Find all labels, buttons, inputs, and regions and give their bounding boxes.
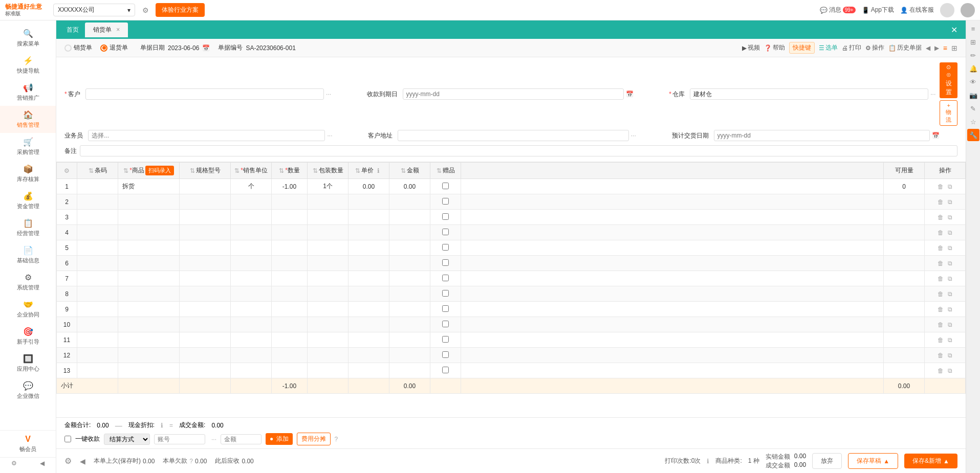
help-btn[interactable]: ❓ 帮助: [764, 43, 785, 52]
copy-icon-8[interactable]: ⧉: [948, 290, 952, 298]
rp-btn-1[interactable]: ≡: [967, 22, 979, 35]
calendar-icon[interactable]: 📅: [202, 44, 210, 52]
gift-checkbox-1[interactable]: [442, 183, 449, 189]
delete-icon-12[interactable]: 🗑: [938, 352, 944, 359]
gift-checkbox-5[interactable]: [442, 244, 449, 251]
rp-btn-2[interactable]: ⊞: [967, 36, 979, 48]
print-btn[interactable]: 🖨 打印: [842, 43, 861, 52]
note-input[interactable]: [80, 145, 957, 156]
delete-icon-11[interactable]: 🗑: [938, 336, 944, 344]
receive-date-calendar-icon[interactable]: 📅: [626, 91, 634, 98]
price-info-icon[interactable]: ℹ: [375, 167, 383, 174]
company-selector[interactable]: XXXXXX公司 ▾: [53, 4, 135, 16]
expected-date-input[interactable]: [714, 130, 930, 141]
sidebar-item-system[interactable]: ⚙ 系统管理: [0, 268, 56, 296]
tab-home[interactable]: 首页: [60, 22, 85, 37]
message-button[interactable]: 💬 消息 99+: [820, 6, 856, 14]
delete-icon-9[interactable]: 🗑: [938, 306, 944, 313]
account-input[interactable]: [154, 434, 205, 444]
delete-icon-7[interactable]: 🗑: [938, 275, 944, 282]
gift-checkbox-4[interactable]: [442, 229, 449, 235]
goods-types-icon[interactable]: ℹ: [707, 458, 709, 465]
sidebar-item-apps[interactable]: 🔲 应用中心: [0, 350, 56, 377]
salesperson-input[interactable]: [88, 130, 325, 141]
copy-icon-6[interactable]: ⧉: [948, 260, 952, 267]
operation-btn[interactable]: ⚙ 操作: [865, 43, 884, 52]
help-icon[interactable]: ?: [335, 436, 338, 443]
gift-checkbox-3[interactable]: [442, 213, 449, 220]
rp-btn-9[interactable]: 🔧: [967, 129, 979, 141]
copy-icon-4[interactable]: ⧉: [948, 229, 952, 236]
copy-icon-11[interactable]: ⧉: [948, 336, 952, 344]
total-owe-help-icon[interactable]: ?: [189, 458, 193, 465]
delete-icon-6[interactable]: 🗑: [938, 260, 944, 267]
delete-icon-13[interactable]: 🗑: [938, 367, 944, 374]
delete-icon-10[interactable]: 🗑: [938, 321, 944, 328]
copy-icon-10[interactable]: ⧉: [948, 321, 952, 328]
tab-sales-order[interactable]: 销货单 ×: [85, 22, 128, 37]
gift-checkbox-11[interactable]: [442, 336, 449, 343]
copy-icon-12[interactable]: ⧉: [948, 352, 952, 359]
tab-close-window-icon[interactable]: ✕: [947, 25, 962, 35]
amount-input[interactable]: [221, 434, 262, 444]
select-btn[interactable]: ☰ 选单: [819, 43, 838, 52]
shortcuts-btn[interactable]: 快捷键: [789, 42, 815, 54]
th-settings[interactable]: ⚙: [57, 163, 77, 179]
delete-icon-3[interactable]: 🗑: [938, 214, 944, 221]
footer-gear-icon[interactable]: ⚙: [64, 456, 72, 466]
rp-btn-4[interactable]: 🔔: [967, 62, 979, 75]
trial-button[interactable]: 体验行业方案: [156, 3, 205, 17]
delete-icon-5[interactable]: 🗑: [938, 244, 944, 252]
sidebar-item-sales[interactable]: 🏠 销售管理: [0, 106, 56, 133]
add-button[interactable]: ● 添加: [266, 433, 293, 445]
scan-btn[interactable]: 扫码录入: [145, 166, 174, 175]
gift-checkbox-6[interactable]: [442, 259, 449, 266]
sidebar-item-collab[interactable]: 🤝 企业协同: [0, 296, 56, 323]
gift-checkbox-8[interactable]: [442, 290, 449, 297]
gift-checkbox-9[interactable]: [442, 305, 449, 312]
sidebar-item-inventory[interactable]: 📦 库存核算: [0, 160, 56, 187]
video-btn[interactable]: ▶ 视频: [742, 43, 760, 52]
sidebar-item-member[interactable]: V 畅会员: [0, 431, 56, 457]
app-download-button[interactable]: 📱 App下载: [862, 6, 894, 14]
gift-checkbox-13[interactable]: [442, 367, 449, 373]
address-dots-icon[interactable]: ···: [631, 132, 636, 139]
footer-collapse-icon[interactable]: ◀: [80, 457, 85, 465]
copy-icon-3[interactable]: ⧉: [948, 214, 952, 221]
one-click-payment-checkbox[interactable]: [64, 436, 71, 442]
expected-date-calendar-icon[interactable]: 📅: [932, 132, 940, 139]
copy-icon-5[interactable]: ⧉: [948, 244, 952, 252]
salesperson-dots-icon[interactable]: ···: [327, 132, 332, 139]
rp-btn-8[interactable]: ☆: [967, 116, 979, 128]
discard-button[interactable]: 放弃: [812, 453, 842, 469]
customer-dots-icon[interactable]: ···: [326, 91, 331, 98]
gift-checkbox-7[interactable]: [442, 275, 449, 281]
delete-icon-2[interactable]: 🗑: [938, 198, 944, 206]
rp-btn-6[interactable]: 📷: [967, 89, 979, 101]
next-icon[interactable]: ▶: [934, 44, 939, 52]
customer-address-input[interactable]: [398, 130, 628, 141]
rp-btn-3[interactable]: ✏: [967, 49, 979, 61]
rp-btn-7[interactable]: ✎: [967, 102, 979, 115]
copy-icon-9[interactable]: ⧉: [948, 306, 952, 313]
sidebar-item-operations[interactable]: 📋 经营管理: [0, 214, 56, 241]
avatar2[interactable]: [961, 3, 975, 17]
online-service-button[interactable]: 👤 在线客服: [900, 6, 934, 14]
delete-icon-8[interactable]: 🗑: [938, 290, 944, 298]
copy-icon-7[interactable]: ⧉: [948, 275, 952, 282]
logistics-button[interactable]: + 物流: [940, 100, 957, 126]
sidebar-item-purchase[interactable]: 🛒 采购管理: [0, 133, 56, 160]
settings-button[interactable]: ⊙ ⊙ 设置: [940, 62, 957, 98]
list-view-icon[interactable]: ≡: [943, 44, 947, 52]
sidebar-item-basics[interactable]: 📄 基础信息: [0, 241, 56, 268]
sidebar-item-finance[interactable]: 💰 资金管理: [0, 187, 56, 214]
discount-info-icon[interactable]: ℹ: [161, 422, 163, 429]
rp-btn-5[interactable]: 👁: [967, 76, 979, 88]
gift-checkbox-2[interactable]: [442, 198, 449, 205]
gift-checkbox-10[interactable]: [442, 321, 449, 327]
gift-checkbox-12[interactable]: [442, 351, 449, 358]
copy-icon-1[interactable]: ⧉: [948, 183, 952, 190]
warehouse-dots-icon[interactable]: ···: [930, 91, 935, 98]
sidebar-item-marketing[interactable]: 📢 营销推广: [0, 79, 56, 106]
copy-icon-2[interactable]: ⧉: [948, 198, 952, 206]
